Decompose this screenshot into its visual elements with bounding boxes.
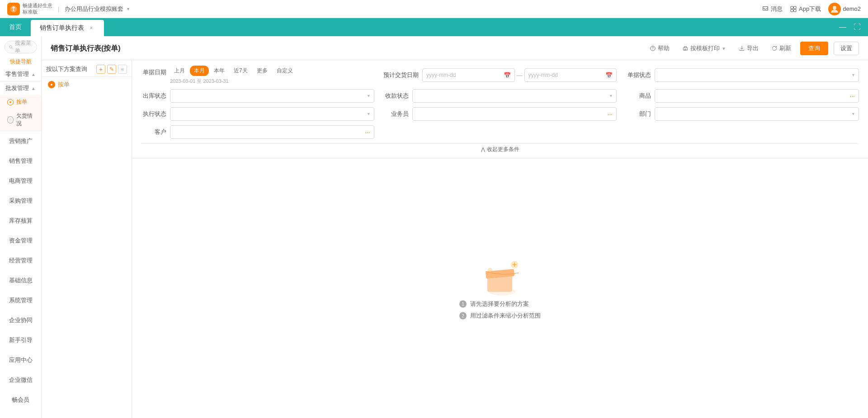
sidebar-item-operations[interactable]: 经营管理 bbox=[0, 251, 41, 271]
date-filter-bar: 上月 本月 本年 近7天 更多 自定义 bbox=[170, 66, 374, 76]
sidebar-item-system[interactable]: 系统管理 bbox=[0, 290, 41, 310]
sidebar-section-retail: 零售管理 ▲ bbox=[0, 67, 41, 81]
sidebar-item-member[interactable]: 畅会员 bbox=[0, 390, 41, 410]
empty-box-svg bbox=[477, 256, 527, 297]
date-btn-lastmonth[interactable]: 上月 bbox=[170, 66, 189, 76]
payment-select[interactable] bbox=[412, 89, 617, 103]
dept-select[interactable] bbox=[655, 107, 859, 121]
empty-step-2: 2 用过滤条件来缩小分析范围 bbox=[459, 312, 541, 320]
topbar-dropdown-icon[interactable]: ▾ bbox=[127, 6, 129, 11]
topbar: 畅捷通好生意 标准版 | 办公用品行业模拟账套 ▾ 消息 App下载 bbox=[0, 0, 868, 18]
filter-outbound-item: 出库状态 ▼ bbox=[141, 89, 374, 103]
help-button[interactable]: 帮助 bbox=[646, 43, 673, 54]
svg-rect-4 bbox=[794, 9, 796, 11]
date-btn-custom[interactable]: 自定义 bbox=[273, 66, 297, 76]
collapse-button[interactable]: ⋀ 收起更多条件 bbox=[481, 146, 519, 153]
payment-select-wrap: ▼ bbox=[412, 89, 617, 103]
logo-icon bbox=[7, 3, 20, 15]
refresh-button[interactable]: 刷新 bbox=[768, 43, 795, 54]
query-button[interactable]: 查询 bbox=[800, 42, 828, 55]
sidebar-item-newbie[interactable]: 新手引导 bbox=[0, 330, 41, 350]
sidebar-item-sales[interactable]: 销售管理 bbox=[0, 151, 41, 171]
salesperson-label: 业务员 bbox=[383, 110, 409, 118]
calendar-start-icon: 📅 bbox=[504, 72, 511, 79]
submenu-item-order[interactable]: ● 按单 bbox=[0, 95, 41, 109]
sidebar-item-purchase[interactable]: 采购管理 bbox=[0, 191, 41, 211]
customer-dots-icon: ··· bbox=[365, 128, 370, 136]
sidebar-item-appstore[interactable]: 应用中心 bbox=[0, 350, 41, 370]
filter-dept-item: 部门 ▼ bbox=[626, 107, 859, 121]
sidebar-search-button[interactable]: 搜索菜单 bbox=[5, 41, 37, 53]
filter-expected-date-item: 预计交货日期 yyyy-mm-dd 📅 — yyyy-mm-dd 📅 bbox=[383, 68, 617, 82]
topbar-title: 办公用品行业模拟账套 bbox=[65, 5, 123, 13]
customer-input[interactable]: ··· bbox=[170, 125, 374, 139]
execution-select-wrap: ▼ bbox=[170, 107, 374, 121]
goods-input[interactable]: ··· bbox=[655, 89, 859, 103]
filter-status-item: 单据状态 ▼ bbox=[626, 68, 859, 82]
sidebar-item-enterprise[interactable]: 企业协同 bbox=[0, 310, 41, 330]
svg-rect-3 bbox=[791, 9, 793, 11]
app-download-icon bbox=[790, 5, 797, 13]
settings-button[interactable]: 设置 bbox=[834, 42, 859, 55]
plan-add-button[interactable]: + bbox=[96, 65, 105, 74]
outbound-label: 出库状态 bbox=[141, 92, 166, 100]
tab-minimize-button[interactable]: — bbox=[837, 22, 848, 33]
date-btn-thisyear[interactable]: 本年 bbox=[210, 66, 229, 76]
sidebar-item-inventory[interactable]: 库存核算 bbox=[0, 211, 41, 231]
date-btn-thismonth[interactable]: 本月 bbox=[190, 66, 209, 76]
step-1-number: 1 bbox=[459, 300, 467, 308]
data-area: 1 请先选择要分析的方案 2 用过滤条件来缩小分析范围 bbox=[132, 158, 868, 418]
customer-label: 客户 bbox=[141, 128, 166, 136]
plan-collapse-button[interactable]: « bbox=[118, 65, 127, 74]
content-area: 销售订单执行表(按单) 帮助 按模板打印 bbox=[42, 36, 868, 418]
sidebar-item-retail[interactable]: 零售管理 ▲ bbox=[0, 67, 41, 81]
submenu-item-debt[interactable]: ○ 欠货情况 bbox=[0, 109, 41, 131]
sidebar-item-wholesale[interactable]: 批发管理 ▲ bbox=[0, 81, 41, 95]
plan-panel-header: 按以下方案查询 + ✎ « bbox=[42, 60, 132, 77]
left-plan-panel: 按以下方案查询 + ✎ « ● 按单 bbox=[42, 60, 132, 418]
order-dot-icon: ● bbox=[7, 99, 14, 105]
status-select-wrap: ▼ bbox=[655, 68, 859, 82]
export-button[interactable]: 导出 bbox=[735, 43, 762, 54]
salesperson-dots-icon: ··· bbox=[607, 110, 613, 118]
sidebar-item-finance[interactable]: 资金管理 bbox=[0, 231, 41, 251]
plan-item-byorder[interactable]: ● 按单 bbox=[42, 77, 132, 92]
execution-label: 执行状态 bbox=[141, 110, 166, 118]
print-button[interactable]: 按模板打印 ▼ bbox=[679, 43, 730, 54]
status-label: 单据状态 bbox=[626, 71, 651, 79]
print-dropdown-icon[interactable]: ▼ bbox=[722, 46, 726, 51]
print-icon bbox=[682, 45, 689, 52]
plan-edit-button[interactable]: ✎ bbox=[107, 65, 116, 74]
outbound-select[interactable] bbox=[170, 89, 374, 103]
goods-dots-icon: ··· bbox=[849, 92, 855, 100]
salesperson-input[interactable]: ··· bbox=[412, 107, 617, 121]
sidebar-item-marketing[interactable]: 营销推广 bbox=[0, 131, 41, 151]
tab-bar-actions: — ⛶ bbox=[837, 22, 868, 33]
logo-area: 畅捷通好生意 标准版 bbox=[7, 3, 52, 15]
tab-sales-order[interactable]: 销售订单执行表 × bbox=[31, 20, 104, 36]
expected-date-end[interactable]: yyyy-mm-dd 📅 bbox=[524, 68, 617, 82]
filter-row-2: 出库状态 ▼ 收款状态 bbox=[141, 89, 859, 103]
svg-point-14 bbox=[488, 268, 492, 272]
status-select[interactable] bbox=[655, 68, 859, 82]
logo-text: 畅捷通好生意 标准版 bbox=[23, 3, 52, 14]
quick-nav-label[interactable]: 快捷导航 bbox=[10, 58, 32, 66]
expected-date-start[interactable]: yyyy-mm-dd 📅 bbox=[422, 68, 515, 82]
svg-point-5 bbox=[833, 6, 836, 10]
sidebar-item-ecommerce[interactable]: 电商管理 bbox=[0, 171, 41, 191]
message-button[interactable]: 消息 bbox=[762, 5, 783, 13]
tab-home[interactable]: 首页 bbox=[0, 18, 31, 36]
message-icon bbox=[762, 5, 769, 13]
svg-point-0 bbox=[13, 10, 14, 11]
date-btn-more[interactable]: 更多 bbox=[253, 66, 272, 76]
date-btn-7days[interactable]: 近7天 bbox=[230, 66, 252, 76]
execution-select[interactable] bbox=[170, 107, 374, 121]
tab-close-icon[interactable]: × bbox=[88, 24, 95, 32]
app-download-button[interactable]: App下载 bbox=[790, 5, 821, 13]
tab-maximize-button[interactable]: ⛶ bbox=[852, 22, 863, 33]
collapse-bar: ⋀ 收起更多条件 bbox=[141, 143, 859, 156]
user-profile[interactable]: demo2 bbox=[828, 3, 861, 15]
step-1-text: 请先选择要分析的方案 bbox=[470, 300, 529, 308]
sidebar-item-wechat[interactable]: 企业微信 bbox=[0, 370, 41, 390]
sidebar-item-basic[interactable]: 基础信息 bbox=[0, 271, 41, 290]
